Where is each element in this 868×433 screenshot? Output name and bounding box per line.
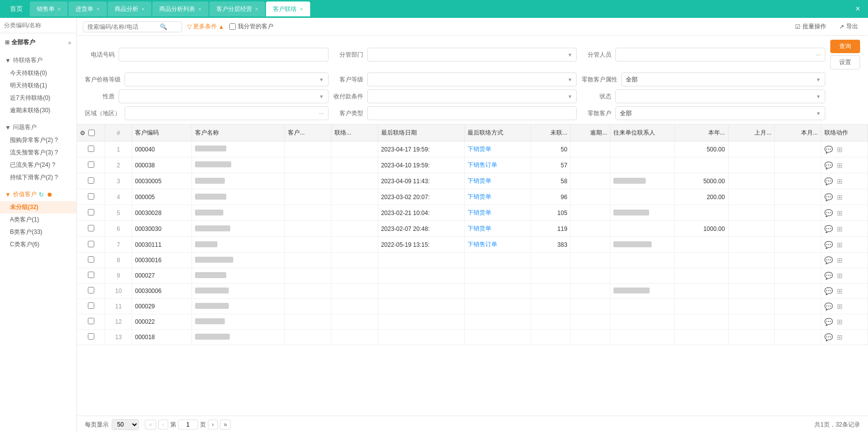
chat-icon[interactable]: 💬	[824, 318, 833, 326]
my-customers-check[interactable]	[229, 23, 236, 30]
problem-group-header[interactable]: ▼ 问题客户	[0, 121, 76, 134]
nature-input[interactable]: ▼	[119, 89, 329, 103]
tab-customer-tier-close[interactable]: ×	[255, 6, 258, 12]
sidebar-item-a-class[interactable]: A类客户(1)	[0, 214, 76, 226]
grid-icon[interactable]: ⊞	[837, 302, 843, 310]
col-code-header[interactable]: 客户编码	[132, 125, 192, 142]
last-method-link[interactable]: 下销货单	[467, 209, 491, 216]
sidebar-item-ungroup[interactable]: 未分组(32)	[0, 201, 76, 214]
sidebar-item-today[interactable]: 今天待联络(0)	[0, 67, 76, 79]
grid-icon[interactable]: ⊞	[837, 161, 843, 169]
row-checkbox[interactable]	[88, 225, 94, 231]
retail-customer-input[interactable]: 全部 ▼	[615, 106, 825, 120]
chat-icon[interactable]: 💬	[824, 209, 833, 217]
tab-product-analysis-list[interactable]: 商品分析列表 ×	[152, 1, 208, 16]
sidebar-item-lost[interactable]: 已流失客户(24) ?	[0, 159, 76, 171]
chat-icon[interactable]: 💬	[824, 333, 833, 341]
tab-sales[interactable]: 销售单 ×	[30, 1, 67, 16]
customer-type-input[interactable]	[367, 106, 577, 120]
row-checkbox[interactable]	[88, 272, 94, 278]
col-uncontact-header[interactable]: 未联...	[531, 125, 570, 142]
col-contact-header[interactable]: 联络...	[331, 125, 378, 142]
refresh-icon[interactable]: ↻	[39, 191, 44, 198]
chat-icon[interactable]: 💬	[824, 287, 833, 295]
tab-product-analysis-close[interactable]: ×	[141, 6, 144, 12]
page-number-input[interactable]	[178, 420, 198, 430]
sidebar-item-abnormal[interactable]: 囤购异常客户(2) ?	[0, 134, 76, 146]
filter-search-input[interactable]	[87, 23, 157, 30]
row-checkbox[interactable]	[88, 177, 94, 184]
row-checkbox[interactable]	[88, 318, 94, 324]
row-checkbox[interactable]	[88, 145, 94, 152]
tab-product-analysis[interactable]: 商品分析 ×	[108, 1, 151, 16]
person-input[interactable]: ···	[615, 48, 825, 62]
batch-op-btn[interactable]: ☑ 批量操作	[791, 21, 830, 32]
tab-product-analysis-list-close[interactable]: ×	[198, 6, 201, 12]
chat-icon[interactable]: 💬	[824, 272, 833, 280]
grid-icon[interactable]: ⊞	[837, 333, 843, 341]
sidebar-collapse-icon[interactable]: «	[68, 39, 71, 46]
sidebar-item-flow-predict[interactable]: 流失预警客户(3) ?	[0, 146, 76, 159]
tab-sales-close[interactable]: ×	[58, 6, 61, 12]
query-button[interactable]: 查询	[830, 40, 860, 53]
last-method-link[interactable]: 下销货单	[467, 145, 491, 152]
first-page-btn[interactable]: «	[145, 420, 156, 430]
chat-icon[interactable]: 💬	[824, 161, 833, 169]
row-checkbox[interactable]	[88, 287, 94, 293]
window-close-button[interactable]: ×	[852, 4, 864, 13]
last-method-link[interactable]: 下销货单	[467, 225, 491, 232]
grid-icon[interactable]: ⊞	[837, 318, 843, 326]
sidebar-item-7days[interactable]: 近7天待联络(0)	[0, 92, 76, 104]
row-checkbox[interactable]	[88, 302, 94, 309]
sidebar-item-holding[interactable]: 持续下滑客户(2) ?	[0, 171, 76, 184]
payment-input[interactable]: ▼	[367, 89, 577, 103]
all-customers-header[interactable]: ⊞ 全部客户 «	[0, 35, 76, 50]
grid-icon[interactable]: ⊞	[837, 287, 843, 295]
row-checkbox[interactable]	[88, 256, 94, 263]
grid-icon[interactable]: ⊞	[837, 193, 843, 201]
sidebar-search-input[interactable]	[4, 22, 77, 29]
chat-icon[interactable]: 💬	[824, 302, 833, 310]
export-btn[interactable]: ↗ 导出	[835, 21, 862, 32]
col-settings-header[interactable]: ⚙	[77, 125, 105, 142]
retail-attr-input[interactable]: 全部 ▼	[621, 72, 825, 86]
home-tab[interactable]: 首页	[4, 1, 29, 16]
last-method-link[interactable]: 下销货单	[467, 193, 491, 200]
row-checkbox[interactable]	[88, 161, 94, 168]
col-last-method-header[interactable]: 最后联络方式	[464, 125, 531, 142]
grid-icon[interactable]: ⊞	[837, 225, 843, 233]
value-group-header[interactable]: ▼ 价值客户 ↻	[0, 188, 76, 201]
sidebar-item-tomorrow[interactable]: 明天待联络(1)	[0, 79, 76, 92]
price-level-input[interactable]: ▼	[125, 72, 329, 86]
more-conditions-btn[interactable]: ▽ 更多条件 ▲	[187, 22, 224, 31]
chat-icon[interactable]: 💬	[824, 193, 833, 201]
row-checkbox[interactable]	[88, 333, 94, 340]
filter-search-icon[interactable]: 🔍	[160, 23, 167, 30]
customer-level-input[interactable]: ▼	[367, 72, 577, 86]
prev-page-btn[interactable]: ‹	[158, 420, 168, 430]
col-partner-header[interactable]: 往来单位联系人	[610, 125, 675, 142]
col-lastmonth-header[interactable]: 上月...	[728, 125, 775, 142]
tab-customer-contact[interactable]: 客户联络 ×	[266, 1, 310, 16]
next-page-btn[interactable]: ›	[208, 420, 218, 430]
grid-icon[interactable]: ⊞	[837, 272, 843, 280]
row-checkbox[interactable]	[88, 193, 94, 200]
last-method-link[interactable]: 下销售订单	[467, 241, 497, 248]
tab-purchase-close[interactable]: ×	[96, 6, 99, 12]
sidebar-item-overdue[interactable]: 逾期未联络(30)	[0, 104, 76, 117]
grid-icon[interactable]: ⊞	[837, 209, 843, 217]
tab-customer-tier[interactable]: 客户分层经营 ×	[209, 1, 265, 16]
col-name-header[interactable]: 客户名称	[192, 125, 285, 142]
status-input[interactable]: ▼	[615, 89, 825, 103]
chat-icon[interactable]: 💬	[824, 225, 833, 233]
grid-icon[interactable]: ⊞	[837, 145, 843, 153]
region-input[interactable]: ···	[125, 106, 329, 120]
select-all-checkbox[interactable]	[88, 130, 95, 136]
pending-group-header[interactable]: ▼ 待联络客户	[0, 54, 76, 67]
chat-icon[interactable]: 💬	[824, 241, 833, 249]
chat-icon[interactable]: 💬	[824, 145, 833, 153]
last-method-link[interactable]: 下销货单	[467, 177, 491, 184]
col-thismonth-header[interactable]: 本月...	[775, 125, 821, 142]
tab-customer-contact-close[interactable]: ×	[300, 6, 303, 12]
sidebar-item-c-class[interactable]: C类客户(6)	[0, 238, 76, 251]
